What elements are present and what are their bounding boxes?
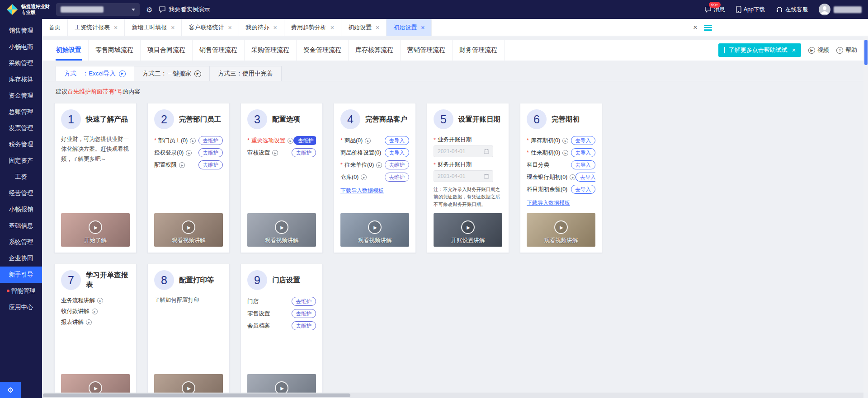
method-tab[interactable]: 方式三：使用中完善 — [209, 66, 282, 81]
import-button[interactable]: 去导入 — [571, 185, 596, 194]
sidebar-item-label: 资金管理 — [9, 92, 33, 99]
sidebar-item[interactable]: 智能管理 — [0, 283, 42, 299]
close-tab-button[interactable]: × — [693, 23, 698, 32]
card-number: 8 — [154, 270, 174, 290]
document-tab[interactable]: 费用趋势分析× — [284, 19, 341, 36]
document-tab[interactable]: 新增工时填报× — [125, 19, 182, 36]
sidebar-item[interactable]: 销售管理 — [0, 23, 42, 39]
import-button[interactable]: 去导入 — [571, 160, 596, 169]
import-button[interactable]: 去导入 — [385, 148, 410, 157]
date-input[interactable]: 2021-04-01 — [434, 170, 493, 182]
video-link[interactable]: ▶ 视频 — [808, 46, 829, 54]
tab-close-icon[interactable]: × — [330, 24, 334, 31]
subtab[interactable]: 初始设置 — [49, 40, 89, 61]
subtab[interactable]: 项目合同流程 — [141, 40, 193, 61]
tab-list-icon[interactable] — [704, 25, 712, 31]
vertical-scrollbar-thumb[interactable] — [864, 40, 868, 65]
gear-icon[interactable]: ⚙ — [146, 5, 152, 14]
tab-close-icon[interactable]: × — [421, 24, 425, 31]
tab-close-icon[interactable]: × — [274, 24, 277, 31]
maintain-button[interactable]: 去维护 — [292, 309, 316, 318]
logo-diamond-icon — [6, 4, 18, 15]
import-button[interactable]: 去导入 — [576, 173, 595, 182]
date-input[interactable]: 2021-04-01 — [434, 145, 493, 157]
sidebar-item-label: 销售管理 — [9, 27, 33, 34]
online-service-button[interactable]: 在线客服 — [776, 6, 808, 14]
app-download-button[interactable]: App下载 — [736, 6, 765, 14]
maintain-button[interactable]: 去维护 — [385, 173, 410, 182]
subtab[interactable]: 营销管理流程 — [401, 40, 453, 61]
import-button[interactable]: 去导入 — [571, 148, 596, 157]
video-thumbnail[interactable]: ▶观看视频讲解 — [527, 213, 595, 247]
help-banner[interactable]: 了解更多点击帮助试试 × — [718, 43, 801, 57]
maintain-button[interactable]: 去维护 — [293, 136, 316, 145]
sidebar-item[interactable]: 发票管理 — [0, 120, 42, 136]
tabbar: 首页工资统计报表×新增工时填报×客户联络统计×我的待办×费用趋势分析×初始设置×… — [42, 19, 868, 36]
document-tab[interactable]: 首页 — [42, 19, 68, 36]
tab-close-icon[interactable]: × — [114, 24, 118, 31]
video-thumbnail[interactable]: ▶观看视频讲解 — [247, 213, 316, 247]
video-thumbnail[interactable]: ▶开账设置讲解 — [434, 213, 502, 247]
card-title: 完善期初 — [552, 115, 580, 124]
maintain-button[interactable]: 去维护 — [198, 136, 223, 145]
sidebar-item[interactable]: 总账管理 — [0, 104, 42, 120]
sidebar-item[interactable]: 经营管理 — [0, 185, 42, 201]
method-tab[interactable]: 方式二：一键搬家▶ — [134, 66, 210, 81]
sidebar-item[interactable]: 库存核算 — [0, 71, 42, 88]
sidebar-item[interactable]: 系统管理 — [0, 234, 42, 250]
banner-close-icon[interactable]: × — [792, 47, 796, 54]
org-selector[interactable] — [56, 3, 140, 16]
subtab[interactable]: 采购管理流程 — [245, 40, 297, 61]
document-tab[interactable]: 初始设置× — [341, 19, 387, 36]
row-label: 授权登录(0)▶ — [154, 149, 192, 157]
sidebar-item[interactable]: 小畅电商 — [0, 39, 42, 55]
tab-close-icon[interactable]: × — [228, 24, 231, 31]
video-thumbnail[interactable]: ▶观看视频讲解 — [340, 213, 409, 247]
sidebar-item[interactable]: 税务管理 — [0, 136, 42, 153]
horizontal-scrollbar-thumb[interactable] — [43, 393, 350, 397]
document-tab[interactable]: 客户联络统计× — [182, 19, 239, 36]
sidebar-item[interactable]: 工资 — [0, 169, 42, 185]
row-label-text: 商品(0) — [344, 137, 363, 145]
sidebar-item[interactable]: 资金管理 — [0, 88, 42, 104]
document-tab[interactable]: 我的待办× — [239, 19, 284, 36]
sidebar-item[interactable]: 新手引导 — [0, 267, 42, 283]
maintain-button[interactable]: 去维护 — [385, 160, 410, 169]
download-template-link[interactable]: 下载导入数据模板 — [340, 187, 384, 195]
video-thumbnail[interactable]: ▶开始了解 — [61, 213, 130, 247]
horizontal-scrollbar[interactable] — [42, 393, 863, 398]
sidebar-item[interactable]: 基础信息 — [0, 218, 42, 234]
download-template-link[interactable]: 下载导入数据模板 — [527, 199, 570, 207]
tab-close-icon[interactable]: × — [171, 24, 175, 31]
user-menu[interactable] — [819, 4, 862, 15]
sidebar-item-label: 小畅电商 — [9, 43, 33, 50]
maintain-button[interactable]: 去维护 — [198, 160, 223, 169]
method-tab[interactable]: 方式一：Excel导入▶ — [56, 66, 134, 81]
sidebar-item[interactable]: 固定资产 — [0, 153, 42, 169]
document-tab[interactable]: 工资统计报表× — [68, 19, 125, 36]
sidebar-settings-button[interactable]: ⚙ — [0, 382, 21, 398]
tab-close-icon[interactable]: × — [376, 24, 379, 31]
demo-link[interactable]: 我要看实例演示 — [159, 5, 210, 14]
document-tab[interactable]: 初始设置× — [387, 19, 432, 36]
help-link[interactable]: ? 帮助 — [836, 46, 857, 54]
import-button[interactable]: 去导入 — [385, 136, 410, 145]
subtab[interactable]: 销售管理流程 — [193, 40, 245, 61]
sidebar-item[interactable]: 企业协同 — [0, 250, 42, 267]
maintain-button[interactable]: 去维护 — [292, 297, 316, 306]
import-button[interactable]: 去导入 — [571, 136, 596, 145]
subtab[interactable]: 资金管理流程 — [297, 40, 349, 61]
video-caption: 观看视频讲解 — [154, 237, 223, 244]
maintain-button[interactable]: 去维护 — [198, 148, 223, 157]
subtab[interactable]: 库存核算流程 — [349, 40, 401, 61]
messages-button[interactable]: 99+ 消息 — [704, 6, 725, 14]
maintain-button[interactable]: 去维护 — [292, 148, 316, 157]
video-thumbnail[interactable]: ▶观看视频讲解 — [154, 213, 223, 247]
subtab[interactable]: 零售商城流程 — [89, 40, 141, 61]
sidebar-item[interactable]: 应用中心 — [0, 299, 42, 315]
sidebar-item[interactable]: 小畅报销 — [0, 201, 42, 218]
subtab[interactable]: 财务管理流程 — [453, 40, 505, 61]
vertical-scrollbar[interactable] — [863, 36, 868, 393]
maintain-button[interactable]: 去维护 — [292, 321, 316, 330]
sidebar-item[interactable]: 采购管理 — [0, 55, 42, 71]
